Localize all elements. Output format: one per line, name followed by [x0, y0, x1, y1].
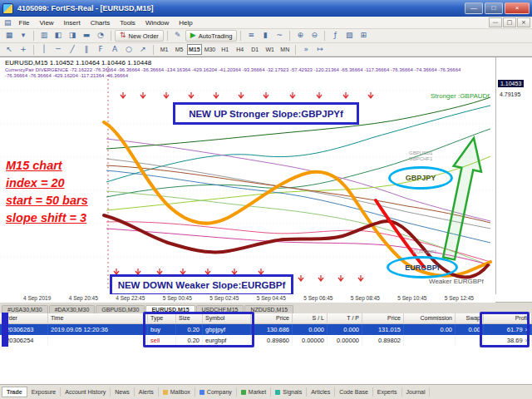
profiles-icon[interactable]: ▾ [17, 30, 30, 42]
timeframe-h1[interactable]: H1 [218, 44, 232, 55]
mdi-restore-button[interactable]: □ [503, 17, 516, 27]
strategy-tester-icon[interactable]: ◔ [94, 30, 107, 42]
line-label: EURGBP1 [413, 249, 437, 254]
col-price[interactable]: Price [251, 313, 293, 324]
tab-code-base[interactable]: Code Base [335, 387, 373, 397]
menu-file[interactable]: File [14, 18, 35, 27]
chart-tab-eurusd[interactable]: EURUSD,M15 [145, 305, 195, 313]
down-slope-annotation[interactable]: NEW DOWN Weaker Slope:EURGBPf [110, 274, 293, 296]
stronger-label: Stronger :GBPAUDf [431, 92, 490, 100]
timeframe-w1[interactable]: W1 [263, 44, 277, 55]
order-row[interactable]: 120306254 sell 0.20 eurgbpf 0.89860 0.00… [0, 335, 532, 346]
close-position-button[interactable]: × [525, 337, 529, 344]
new-order-button[interactable]: ⇅ New Order [115, 30, 164, 42]
chart-tab-nzdusd[interactable]: NZDUSD,M15 [244, 305, 293, 313]
chart-tab-gbpusd[interactable]: GBPUSD,M30 [96, 305, 145, 313]
terminal-panel-icon[interactable]: ▬ [80, 30, 93, 42]
metaeditor-icon[interactable]: ✎ [171, 30, 185, 42]
chart-tab-dax30[interactable]: #DAX30,M30 [49, 305, 96, 313]
tab-account-history[interactable]: Account History [61, 387, 111, 397]
market-watch-icon[interactable]: ▥ [37, 30, 51, 42]
cursor-icon[interactable]: ↖ [2, 44, 16, 56]
param-line: start = 50 bars [6, 192, 88, 209]
autotrading-button[interactable]: ▶ AutoTrading [185, 30, 238, 42]
weaker-label: Weaker EURGBPf [429, 278, 484, 285]
new-chart-icon[interactable]: ▦ [2, 30, 16, 42]
col-profit[interactable]: Profit [484, 313, 532, 324]
chart-candles-icon[interactable]: ▮ [259, 30, 272, 42]
tab-news[interactable]: News [111, 387, 135, 397]
maximize-button[interactable]: □ [485, 2, 503, 14]
trendline-icon[interactable]: ╱ [66, 44, 79, 56]
col-swap[interactable]: Swap [456, 313, 484, 324]
mdi-close-button[interactable]: × [517, 17, 530, 27]
tile-windows-icon[interactable]: ⊞ [357, 30, 370, 42]
data-window-icon[interactable]: ◧ [52, 30, 65, 42]
up-slope-annotation[interactable]: NEW UP Stronger Slope:GBPJPYf [173, 102, 359, 125]
channel-icon[interactable]: ∥ [80, 44, 93, 56]
timeframe-mn[interactable]: MN [278, 44, 292, 55]
text-tool-icon[interactable]: A [108, 44, 121, 56]
menu-insert[interactable]: Insert [59, 18, 86, 27]
order-row[interactable]: 120306263 2019.09.05 12:20:36 buy 0.20 g… [0, 324, 532, 335]
menu-tools[interactable]: Tools [115, 18, 140, 27]
indicators-icon[interactable]: ƒ [328, 30, 342, 42]
templates-icon[interactable]: ▨ [342, 30, 356, 42]
gbpjpy-ellipse[interactable]: GBPJPY [388, 166, 453, 190]
order-type: buy [148, 324, 176, 335]
zoom-out-icon[interactable]: ⊖ [308, 30, 321, 42]
crosshair-icon[interactable]: + [17, 44, 30, 56]
timeframe-m30[interactable]: M30 [203, 44, 218, 55]
time-axis[interactable]: 4 Sep 2019 4 Sep 20:45 4 Sep 22:45 5 Sep… [0, 294, 495, 303]
col-commission[interactable]: Commission [404, 313, 456, 324]
tab-trade[interactable]: Trade [2, 387, 27, 397]
col-type[interactable]: Type [148, 313, 176, 324]
chart-tab-usa30[interactable]: #USA30,M30 [2, 305, 48, 313]
secondary-price-label: 4.79195 [500, 91, 520, 97]
timeframe-d1[interactable]: D1 [248, 44, 262, 55]
chart-bars-icon[interactable]: ≡ [244, 30, 258, 42]
col-price-current[interactable]: Price [362, 313, 404, 324]
menu-view[interactable]: View [34, 18, 58, 27]
minimize-button[interactable]: — [465, 2, 483, 14]
tab-alerts[interactable]: Alerts [135, 387, 159, 397]
tab-company[interactable]: Company [195, 387, 237, 397]
menu-charts[interactable]: Charts [86, 18, 116, 27]
eurgbp-ellipse[interactable]: EURGBPf [387, 256, 458, 278]
fibonacci-icon[interactable]: F [94, 44, 107, 56]
tab-market[interactable]: Market [237, 387, 271, 397]
timeframe-m1[interactable]: M1 [157, 44, 171, 55]
horizontal-line-icon[interactable]: ─ [52, 44, 65, 56]
tab-journal[interactable]: Journal [402, 387, 431, 397]
chart-shift-icon[interactable]: ↦ [313, 44, 327, 56]
tab-signals[interactable]: Signals [271, 387, 307, 397]
col-size[interactable]: Size [176, 313, 203, 324]
col-symbol[interactable]: Symbol [203, 313, 251, 324]
zoom-in-icon[interactable]: ⊕ [293, 30, 307, 42]
tab-articles[interactable]: Articles [307, 387, 335, 397]
chart-line-icon[interactable]: ~ [273, 30, 286, 42]
chart-tab-usdchf[interactable]: USDCHF,M15 [196, 305, 244, 313]
param-line: slope shift = 3 [6, 209, 88, 227]
close-position-button[interactable]: × [525, 326, 529, 333]
tab-mailbox[interactable]: Mailbox [159, 387, 195, 397]
timeframe-h4[interactable]: H4 [233, 44, 247, 55]
timeframe-m5[interactable]: M5 [172, 44, 186, 55]
market-icon [241, 390, 246, 395]
price-scale[interactable]: 1.10453 4.79195 [495, 57, 532, 294]
timeframe-m15[interactable]: M15 [187, 44, 202, 55]
arrow-tool-icon[interactable]: ↗ [136, 44, 150, 56]
mdi-minimize-button[interactable]: — [489, 17, 502, 27]
tab-exposure[interactable]: Exposure [27, 387, 62, 397]
tab-experts[interactable]: Experts [373, 387, 402, 397]
close-button[interactable]: × [505, 2, 530, 14]
autoscroll-icon[interactable]: » [299, 44, 313, 56]
vertical-line-icon[interactable]: │ [37, 44, 51, 56]
col-sl[interactable]: S / L [293, 313, 328, 324]
col-time[interactable]: Time [48, 313, 148, 324]
menu-help[interactable]: Help [174, 18, 197, 27]
shapes-icon[interactable]: ○ [122, 44, 135, 56]
navigator-icon[interactable]: ◨ [66, 30, 79, 42]
col-tp[interactable]: T / P [328, 313, 362, 324]
menu-window[interactable]: Window [140, 18, 174, 27]
